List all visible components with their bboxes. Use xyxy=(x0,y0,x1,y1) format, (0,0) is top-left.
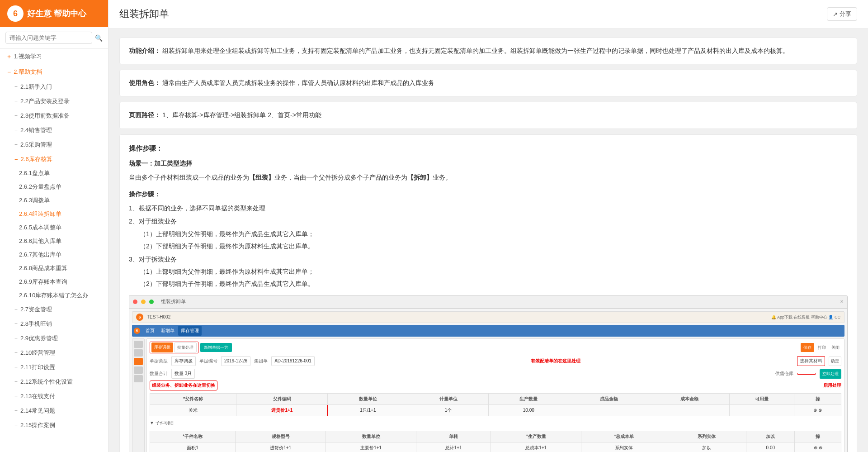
ss-btn-more[interactable]: 确定 xyxy=(829,357,841,366)
sidebar-item-video[interactable]: + 1.视频学习 xyxy=(0,49,108,64)
step3-sub2: （2）下部明细为子件明细，最终作为产成品生成其它入库单。 xyxy=(129,278,848,290)
sidebar-item-stockerror[interactable]: 2.6.10库存账本错了怎么办 xyxy=(0,289,108,302)
path-card: 页面路径： 1、库存核算->库存管理->组装拆卸单 2、首页->常用功能 xyxy=(119,102,857,128)
expand-icon: + xyxy=(14,393,18,400)
sidebar-item-onlinepay[interactable]: + 2.13在线支付 xyxy=(0,389,108,404)
sidebar-item-customize[interactable]: + 2.12系统个性化设置 xyxy=(0,375,108,389)
ss-sidebar-icon xyxy=(134,375,143,382)
ss-content-panel: 库存调拨 批量处理 新增单据一方 保存 打印 关闭 xyxy=(146,338,844,452)
sidebar-item-inventory[interactable]: − 2.6库存核算 xyxy=(0,152,108,167)
ss-sidebar-icon xyxy=(134,349,143,357)
sidebar-item-coupon[interactable]: + 2.9优惠券管理 xyxy=(0,331,108,346)
sidebar-item-assembly[interactable]: 2.6.4组装拆卸单 xyxy=(0,207,108,221)
role-label: 使用角色： xyxy=(129,79,160,86)
share-icon: ↗ xyxy=(833,11,838,18)
ss-nav-new[interactable]: 新增单 xyxy=(158,326,177,336)
ss-form-id: AD-20191226-001 xyxy=(271,356,315,366)
sidebar-item-data[interactable]: + 2.3使用前数据准备 xyxy=(0,109,108,123)
expand-icon: + xyxy=(14,84,18,90)
collapse-icon: − xyxy=(14,156,18,163)
ss-nav-bar: 6 首页 新增单 库存管理 xyxy=(132,325,844,337)
sidebar-item-sales[interactable]: + 2.4销售管理 xyxy=(0,123,108,138)
ss-nav-home[interactable]: 首页 xyxy=(143,326,157,336)
ss-th: 操 xyxy=(794,394,841,405)
share-button[interactable]: ↗ 分享 xyxy=(827,7,857,21)
ss-btn-close[interactable]: 关闭 xyxy=(830,343,841,352)
close-icon xyxy=(133,300,137,304)
ss-btn-add[interactable]: 新增单据一方 xyxy=(200,343,232,352)
sidebar-item-cases[interactable]: + 2.15操作案例 xyxy=(0,418,108,433)
ops-steps-heading: 操作步骤： xyxy=(129,189,848,200)
ops-heading: 操作步骤： xyxy=(129,142,848,154)
expand-icon: + xyxy=(14,408,18,414)
sidebar-item-finance[interactable]: + 2.7资金管理 xyxy=(0,302,108,317)
page-title: 组装拆卸单 xyxy=(119,7,169,21)
ss-btn-new[interactable]: 库存调拨 xyxy=(151,343,173,352)
sidebar-item-purchase[interactable]: + 2.5采购管理 xyxy=(0,138,108,152)
step3: 3、对于拆装业务 xyxy=(129,254,848,265)
ss-type-buttons: 库存调拨 批量处理 xyxy=(150,342,198,353)
sidebar: 6 好生意 帮助中心 🔍 + 1.视频学习 − 2.帮助文档 + 2.1新手入门… xyxy=(0,0,108,452)
intro-text: 组装拆卸单用来处理企业组装或拆卸等加工业务，支持有固定装配清单的产品加工业务，也… xyxy=(162,47,789,54)
role-card: 使用角色： 通常由生产人员或库管人员完成拆装业务的操作，库管人员确认原材料的出库… xyxy=(119,70,857,96)
sidebar-item-stockcheck[interactable]: 2.6.9库存账本查询 xyxy=(0,275,108,289)
ss-form-row2: 数量合计 数量 3只 供需仓库 立即处理 xyxy=(150,369,841,379)
ss-nav-logo: 6 xyxy=(134,328,140,334)
ss-toolbar: 库存调拨 批量处理 新增单据一方 保存 打印 关闭 xyxy=(150,342,841,353)
sidebar-item-mobile[interactable]: + 2.8手机旺铺 xyxy=(0,317,108,331)
ss-form-label: 集团单 xyxy=(254,357,268,365)
ss-th: 加以 xyxy=(746,431,795,442)
ss-btn-old[interactable]: 批量处理 xyxy=(174,343,197,352)
sidebar-item-outbound[interactable]: 2.6.7其他出库单 xyxy=(0,248,108,262)
content-area: 功能介绍： 组装拆卸单用来处理企业组装或拆卸等加工业务，支持有固定装配清单的产品… xyxy=(108,29,868,452)
ss-form-type: 库存调拨 xyxy=(171,356,196,366)
scene1-desc: 当由多个子件材料组装成一个成品的业务为【组装】业务，当由一个父件拆分成多个子产品… xyxy=(129,172,848,183)
window-title: 组装拆卸单 xyxy=(161,297,186,306)
step3-sub1: （1）上部明细为父件明细，最终作为原材料生成其它出库单； xyxy=(129,266,848,277)
sidebar-item-goodscost[interactable]: 2.6.8商品成本重算 xyxy=(0,262,108,275)
ss-btn-print[interactable]: 打印 xyxy=(816,343,828,352)
nav-section: + 1.视频学习 − 2.帮助文档 + 2.1新手入门 + 2.2产品安装及登录… xyxy=(0,49,108,433)
step2-sub1: （1）上部明细为父件明细，最终作为产成品生成其它入库单； xyxy=(129,228,848,240)
sidebar-item-partial[interactable]: 2.6.2分量盘点单 xyxy=(0,180,108,194)
sidebar-item-inbound[interactable]: 2.6.6其他入库单 xyxy=(0,234,108,248)
sidebar-item-docs[interactable]: − 2.帮助文档 xyxy=(0,64,108,80)
ss-top-bar: 6 TEST-H002 🔔 App下载 在线客服 帮助中心 👤 CC xyxy=(132,311,844,323)
ss-btn-select-material[interactable]: 选择其材料 xyxy=(797,356,825,366)
sidebar-item-faq[interactable]: + 2.14常见问题 xyxy=(0,404,108,418)
sidebar-title: 好生意 帮助中心 xyxy=(27,8,86,19)
sidebar-item-newbie[interactable]: + 2.1新手入门 xyxy=(0,80,108,94)
sidebar-item-install[interactable]: + 2.2产品安装及登录 xyxy=(0,94,108,109)
ss-th: 生产数量 xyxy=(488,394,569,405)
expand-icon: + xyxy=(14,364,18,371)
ss-warehouse-input[interactable] xyxy=(797,373,816,375)
collapse-icon: − xyxy=(7,68,11,76)
main-header: 组装拆卸单 ↗ 分享 xyxy=(108,0,868,29)
intro-label: 功能介绍： xyxy=(129,47,160,54)
sidebar-item-print[interactable]: + 2.11打印设置 xyxy=(0,360,108,375)
sidebar-item-cost[interactable]: 2.6.5成本调整单 xyxy=(0,221,108,234)
expand-icon: + xyxy=(14,98,18,105)
step1: 1、根据不同的业务，选择不同单据的类型来处理 xyxy=(129,203,848,214)
ss-th: 可用量 xyxy=(730,394,794,405)
expand-icon: + xyxy=(14,306,18,313)
ss-nav-inventory[interactable]: 库存管理 xyxy=(178,326,202,336)
expand-icon: + xyxy=(14,113,18,119)
screenshot-container: 组装拆卸单 ✕ 6 TEST-H002 🔔 App下载 在线客服 帮助中心 👤 … xyxy=(129,295,848,452)
sidebar-item-stocktake[interactable]: 2.6.1盘点单 xyxy=(0,167,108,180)
sidebar-item-ops[interactable]: + 2.10经营管理 xyxy=(0,346,108,360)
ss-highlight-cell: 进货价1+1 xyxy=(236,405,328,416)
ss-th: *子件名称 xyxy=(150,431,236,442)
ss-th: 系列实体 xyxy=(667,431,746,442)
sidebar-item-adjust[interactable]: 2.6.3调拨单 xyxy=(0,194,108,207)
search-icon[interactable]: 🔍 xyxy=(95,34,103,42)
ss-th: 单耗 xyxy=(416,431,491,442)
ss-th: *总成本单 xyxy=(581,431,667,442)
screenshot-inner: 6 TEST-H002 🔔 App下载 在线客服 帮助中心 👤 CC 6 首页 … xyxy=(129,309,847,452)
ss-btn-save[interactable]: 保存 xyxy=(801,343,814,352)
search-input[interactable] xyxy=(5,32,92,44)
ss-th: 数量单位 xyxy=(326,431,416,442)
role-text: 通常由生产人员或库管人员完成拆装业务的操作，库管人员确认原材料的出库和产成品的入… xyxy=(162,79,434,86)
ss-btn-confirm[interactable]: 立即处理 xyxy=(820,369,841,378)
close-btn[interactable]: ✕ xyxy=(840,298,844,306)
